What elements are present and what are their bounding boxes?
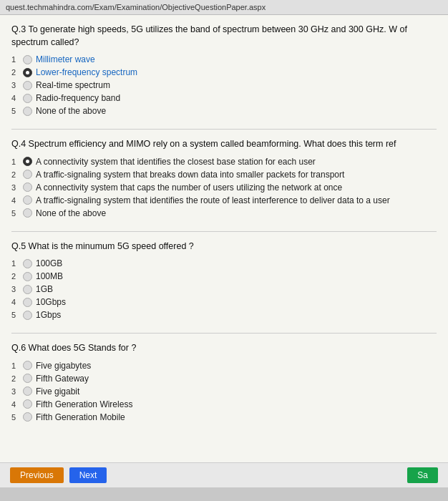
option-row[interactable]: 4Fifth Generation Wireless [11, 399, 437, 409]
option-label: Fifth Generation Mobile [36, 412, 125, 422]
radio-button[interactable] [23, 399, 32, 409]
option-row[interactable]: 2Lower-frequency spectrum [11, 67, 437, 77]
radio-button[interactable] [23, 157, 32, 166]
option-label: 100MB [36, 271, 63, 281]
question-text-Q5: Q.5 What is the minumum 5G speed offered… [11, 240, 437, 253]
radio-button[interactable] [23, 285, 32, 294]
option-row[interactable]: 4A traffic-signaling system that identif… [11, 195, 437, 205]
option-label: A connectivity system that caps the numb… [36, 183, 342, 193]
option-row[interactable]: 1A connectivity system that identifies t… [11, 157, 437, 167]
question-text-Q6: Q.6 What does 5G Stands for ? [11, 342, 437, 355]
option-label: Lower-frequency spectrum [36, 67, 137, 77]
question-block-3: Q.3 To generate high speeds, 5G utilizes… [11, 24, 437, 116]
radio-button[interactable] [23, 386, 32, 396]
question-block-5: Q.5 What is the minumum 5G speed offered… [11, 240, 437, 321]
question-text-Q3: Q.3 To generate high speeds, 5G utilizes… [11, 24, 437, 49]
option-row[interactable]: 2Fifth Gateway [11, 374, 437, 384]
radio-button[interactable] [23, 81, 32, 90]
radio-button[interactable] [23, 195, 32, 205]
option-row[interactable]: 2A traffic-signaling system that breaks … [11, 170, 437, 180]
option-label: A traffic-signaling system that identifi… [36, 195, 390, 205]
radio-button[interactable] [23, 259, 32, 268]
next-button[interactable]: Next [69, 467, 107, 483]
option-row[interactable]: 3Five gigabit [11, 386, 437, 397]
option-number: 5 [11, 209, 23, 218]
option-number: 2 [11, 272, 23, 281]
question-block-6: Q.6 What does 5G Stands for ?1Five gigab… [11, 342, 437, 422]
option-row[interactable]: 1Five gigabytes [11, 361, 437, 371]
option-number: 3 [11, 285, 23, 293]
option-row[interactable]: 2100MB [11, 271, 437, 281]
option-label: None of the above [36, 208, 106, 218]
radio-button[interactable] [23, 94, 32, 103]
radio-button[interactable] [23, 68, 32, 77]
option-row[interactable]: 3Real-time spectrum [11, 80, 437, 90]
option-number: 5 [11, 413, 23, 422]
radio-button[interactable] [23, 361, 32, 370]
option-label: Fifth Generation Wireless [36, 399, 132, 409]
option-number: 4 [11, 196, 23, 205]
option-label: A traffic-signaling system that breaks d… [36, 170, 344, 180]
option-row[interactable]: 1Millimeter wave [11, 54, 437, 64]
option-label: 1GB [36, 284, 53, 294]
option-row[interactable]: 5None of the above [11, 106, 437, 116]
radio-button[interactable] [23, 170, 32, 179]
option-label: Millimeter wave [36, 54, 95, 64]
option-label: Five gigabit [36, 386, 79, 397]
option-row[interactable]: 31GB [11, 284, 437, 294]
radio-button[interactable] [23, 298, 32, 307]
option-number: 4 [11, 298, 23, 306]
option-row[interactable]: 3A connectivity system that caps the num… [11, 183, 437, 193]
option-number: 1 [11, 55, 23, 64]
option-label: 1Gbps [36, 310, 61, 320]
option-label: None of the above [36, 106, 106, 116]
option-label: 100GB [36, 258, 62, 268]
option-row[interactable]: 4Radio-frequency band [11, 93, 437, 103]
option-number: 1 [11, 259, 23, 268]
option-row[interactable]: 5Fifth Generation Mobile [11, 412, 437, 422]
section-divider [11, 231, 437, 232]
option-number: 3 [11, 81, 23, 89]
option-number: 5 [11, 311, 23, 319]
option-number: 5 [11, 107, 23, 115]
option-number: 3 [11, 183, 23, 192]
option-number: 2 [11, 170, 23, 179]
radio-button[interactable] [23, 272, 32, 281]
option-number: 3 [11, 387, 23, 396]
option-label: A connectivity system that identifies th… [36, 157, 316, 167]
radio-button[interactable] [23, 183, 32, 192]
save-button[interactable]: Sa [407, 467, 438, 483]
option-number: 2 [11, 68, 23, 77]
radio-button[interactable] [23, 311, 32, 320]
question-block-4: Q.4 Spectrum efficiency and MIMO rely on… [11, 138, 437, 218]
url-text: quest.techmahindra.com/Exam/Examination/… [6, 3, 266, 11]
option-label: 10Gbps [36, 297, 66, 307]
option-label: Radio-frequency band [36, 93, 120, 103]
option-number: 4 [11, 94, 23, 102]
option-label: Real-time spectrum [36, 80, 110, 90]
option-row[interactable]: 1100GB [11, 258, 437, 268]
option-number: 2 [11, 374, 23, 383]
question-text-Q4: Q.4 Spectrum efficiency and MIMO rely on… [11, 138, 437, 151]
radio-button[interactable] [23, 55, 32, 64]
option-label: Fifth Gateway [36, 374, 89, 384]
radio-button[interactable] [23, 412, 32, 422]
previous-button[interactable]: Previous [10, 467, 64, 483]
radio-button[interactable] [23, 208, 32, 218]
footer-bar: Previous Next Sa [0, 462, 448, 487]
option-number: 1 [11, 157, 23, 166]
section-divider [11, 129, 437, 130]
radio-button[interactable] [23, 107, 32, 116]
option-label: Five gigabytes [36, 361, 91, 371]
radio-button[interactable] [23, 374, 32, 383]
option-number: 1 [11, 361, 23, 370]
option-row[interactable]: 5None of the above [11, 208, 437, 218]
option-row[interactable]: 51Gbps [11, 310, 437, 320]
section-divider [11, 333, 437, 334]
option-row[interactable]: 410Gbps [11, 297, 437, 307]
option-number: 4 [11, 400, 23, 409]
main-content: Q.3 To generate high speeds, 5G utilizes… [0, 15, 448, 487]
browser-address-bar: quest.techmahindra.com/Exam/Examination/… [0, 0, 448, 15]
